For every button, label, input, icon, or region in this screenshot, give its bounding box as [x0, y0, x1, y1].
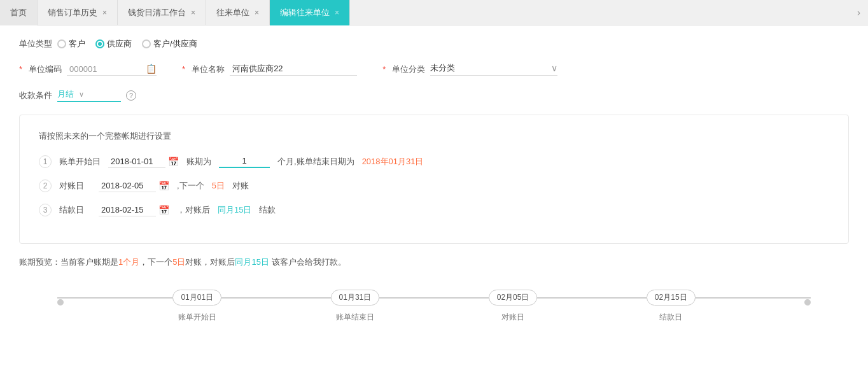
payment-value: 月结 — [57, 88, 74, 100]
period-num-2: 2 — [39, 179, 52, 192]
period-desc-2a: ,下一个 — [177, 180, 204, 192]
timeline-badge-3: 02月05日 — [489, 290, 538, 306]
category-label: 单位分类 — [392, 64, 425, 75]
date-input-group-3: 2018-02-15 📅 — [99, 204, 169, 216]
timeline-badge-1: 01月01日 — [172, 290, 221, 306]
payment-dropdown-arrow-icon: ∨ — [79, 90, 84, 99]
payment-row: 收款条件 月结 ∨ ? — [19, 88, 849, 102]
date-input-val-3: 2018-02-15 — [99, 204, 156, 216]
code-label: 单位编码 — [29, 64, 62, 75]
date-calendar-icon-3[interactable]: 📅 — [158, 205, 169, 215]
preview-suffix: 该客户会给我打款。 — [269, 257, 346, 267]
timeline: 01月01日 账单开始日 01月31日 账单结束日 02月05日 对账日 02月… — [19, 283, 849, 348]
unit-type-label: 单位类型 — [19, 38, 52, 50]
category-dropdown-arrow-icon: ∨ — [551, 63, 557, 73]
tab-sales-history-label: 销售订单历史 — [48, 7, 97, 18]
name-group: * 单位名称 — [182, 63, 357, 76]
preview-day: 5日 — [172, 257, 185, 267]
period-num-3: 3 — [39, 204, 52, 216]
date-input-val-1: 2018-01-01 — [108, 155, 165, 168]
timeline-badge-2: 01月31日 — [331, 290, 380, 306]
code-input-wrapper: 📋 — [67, 63, 157, 76]
preview-settle: 同月15日 — [235, 257, 269, 267]
period-row-1: 1 账单开始日 2018-01-01 📅 账期为 个月,账单结束日期为 2018… — [39, 155, 829, 168]
date-calendar-icon-2[interactable]: 📅 — [158, 181, 169, 191]
code-name-row: * 单位编码 📋 * 单位名称 * 单位分类 未分类 ∨ — [19, 62, 849, 76]
category-group: * 单位分类 未分类 ∨ — [382, 62, 557, 76]
date-calendar-icon-1[interactable]: 📅 — [168, 157, 179, 167]
tab-partner-close[interactable]: × — [255, 8, 259, 17]
tab-partner[interactable]: 往来单位 × — [206, 0, 270, 25]
timeline-end-dot — [804, 299, 811, 306]
radio-both[interactable]: 客户/供应商 — [142, 38, 197, 50]
preview-sep2: 对账，对账后 — [185, 257, 235, 267]
period-months-input[interactable] — [219, 155, 270, 168]
payment-dropdown[interactable]: 月结 ∨ — [57, 88, 121, 102]
category-dropdown[interactable]: 未分类 ∨ — [430, 62, 557, 76]
payment-label: 收款条件 — [19, 90, 52, 101]
period-desc-2b: 对账 — [232, 180, 249, 192]
unit-type-group: 单位类型 客户 供应商 客户/供应商 — [19, 38, 197, 50]
name-input[interactable] — [230, 63, 357, 76]
payment-group: 收款条件 月结 ∨ ? — [19, 88, 136, 102]
tabs-next-arrow[interactable]: › — [850, 7, 868, 18]
period-field-label-1: 账单开始日 — [59, 156, 101, 167]
radio-both-circle — [142, 39, 151, 48]
unit-type-row: 单位类型 客户 供应商 客户/供应商 — [19, 38, 849, 50]
period-num-1: 1 — [39, 155, 52, 168]
radio-customer[interactable]: 客户 — [57, 38, 85, 50]
timeline-end — [804, 299, 811, 306]
tab-partner-label: 往来单位 — [216, 7, 249, 18]
period-desc-suffix-1: 个月,账单结束日期为 — [277, 156, 354, 167]
preview-sep1: ，下一个 — [139, 257, 172, 267]
timeline-label-1: 账单开始日 — [178, 312, 216, 323]
tab-edit-partner-label: 编辑往来单位 — [280, 7, 330, 18]
tab-home-label: 首页 — [10, 7, 27, 18]
tab-sales-history[interactable]: 销售订单历史 × — [38, 0, 118, 25]
radio-customer-circle — [57, 39, 66, 48]
tab-cash-work-close[interactable]: × — [191, 8, 195, 17]
period-desc-3b: 结款 — [259, 204, 276, 216]
radio-supplier-label: 供应商 — [107, 38, 132, 50]
period-row-3: 3 结款日 2018-02-15 📅 ，对账后 同月15日 结款 — [39, 204, 829, 216]
radio-supplier[interactable]: 供应商 — [95, 38, 132, 50]
date-input-val-2: 2018-02-05 — [99, 179, 156, 192]
preview-text: 账期预览：当前客户账期是1个月，下一个5日对账，对账后同月15日 该客户会给我打… — [19, 257, 849, 268]
period-hint: 请按照未来的一个完整帐期进行设置 — [39, 130, 829, 142]
preview-months: 1个月 — [118, 257, 139, 267]
code-group: * 单位编码 📋 — [19, 63, 157, 76]
period-row-2: 2 对账日 2018-02-05 📅 ,下一个 5日 对账 — [39, 179, 829, 192]
timeline-node-4: 02月15日 结款日 — [647, 290, 696, 323]
timeline-node-2: 01月31日 账单结束日 — [331, 290, 380, 323]
period-same-month-highlight: 同月15日 — [218, 204, 251, 216]
period-field-label-3: 结款日 — [59, 204, 91, 216]
timeline-badge-4: 02月15日 — [647, 290, 696, 306]
tabs-bar: 首页 销售订单历史 × 钱货日清工作台 × 往来单位 × 编辑往来单位 × › — [0, 0, 868, 25]
period-end-date-highlight: 2018年01月31日 — [362, 156, 424, 167]
radio-both-label: 客户/供应商 — [153, 38, 197, 50]
tab-cash-work-label: 钱货日清工作台 — [128, 7, 186, 18]
period-next-day-highlight: 5日 — [212, 180, 225, 192]
code-required-star: * — [19, 64, 22, 74]
radio-supplier-circle — [95, 39, 104, 48]
date-input-group-1: 2018-01-01 📅 — [108, 155, 179, 168]
timeline-start-dot — [57, 299, 64, 306]
tab-home[interactable]: 首页 — [0, 0, 38, 25]
period-field-label-2: 对账日 — [59, 180, 91, 192]
timeline-start — [57, 299, 64, 306]
tab-edit-partner[interactable]: 编辑往来单位 × — [270, 0, 350, 25]
tab-sales-history-close[interactable]: × — [102, 8, 107, 17]
timeline-node-3: 02月05日 对账日 — [489, 290, 538, 323]
code-calendar-icon[interactable]: 📋 — [146, 64, 157, 74]
preview-label: 账期预览：当前客户账期是 — [19, 257, 118, 267]
tab-cash-work[interactable]: 钱货日清工作台 × — [118, 0, 206, 25]
radio-customer-label: 客户 — [69, 38, 85, 50]
tab-edit-partner-close[interactable]: × — [335, 8, 339, 17]
timeline-label-4: 结款日 — [659, 312, 682, 323]
radio-group-unit-type: 客户 供应商 客户/供应商 — [57, 38, 197, 50]
code-input[interactable] — [67, 63, 143, 75]
period-desc-prefix-1: 账期为 — [186, 156, 211, 167]
payment-help-icon[interactable]: ? — [126, 90, 136, 101]
category-required-star: * — [382, 64, 386, 74]
timeline-label-3: 对账日 — [501, 312, 524, 323]
